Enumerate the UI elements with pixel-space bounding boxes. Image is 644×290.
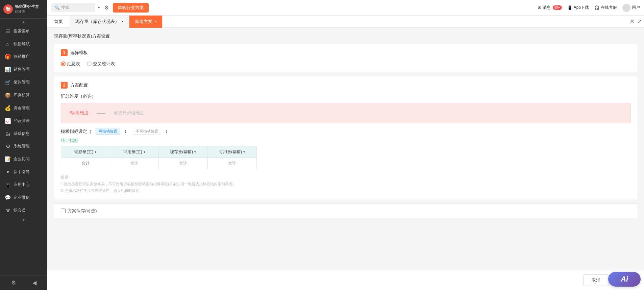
ai-bubble[interactable]: Ai: [608, 272, 641, 287]
cart-icon: 🛒: [5, 79, 11, 86]
stats-table: 现存量(主) ▾ 可用量(主) ▾ 现存量(基辅) ▾: [61, 146, 257, 169]
sidebar: 畅 畅赚通好生意 标准版 ▲ ☰ 搜索菜单 ⌂ 快捷导航 🎁 营销推广 📊 销售…: [0, 0, 47, 290]
page-title: 现存量(库存状况表)方案设置: [54, 33, 637, 39]
sidebar-item-label: 应用中心: [14, 182, 30, 188]
sidebar-item-label: 搜索菜单: [14, 28, 30, 34]
sidebar-item-label: 库存核算: [14, 92, 30, 98]
sidebar-item-label: 经营管理: [14, 118, 30, 124]
tab-inventory-close-icon[interactable]: ×: [121, 19, 124, 24]
tabs-expand-icon[interactable]: ⤢: [637, 18, 641, 25]
sidebar-item-marketing[interactable]: 🎁 营销推广: [0, 50, 47, 63]
step2-badge: 2: [61, 82, 68, 89]
chevron-down-icon-1: ▾: [144, 150, 145, 154]
stats-table-row-0: 合计 合计 合计 合计: [61, 158, 256, 169]
step2-section: 2 方案配置 汇总维度（必选） *纵向维度 —— 请选择分组维度 模板指标设定（…: [54, 76, 637, 199]
sidebar-bottom: ⚙ ◀: [0, 275, 47, 290]
sidebar-item-app-center[interactable]: 📱 应用中心: [0, 178, 47, 191]
cancel-button[interactable]: 取消: [583, 274, 609, 286]
sidebar-item-sales-mgmt[interactable]: 📊 销售管理: [0, 63, 47, 76]
sidebar-item-ops-mgmt[interactable]: 📈 经营管理: [0, 115, 47, 127]
message-icon: ✉: [538, 5, 541, 10]
sidebar-item-label: 基础信息: [14, 131, 30, 137]
sidebar-item-label: 营销推广: [14, 54, 30, 59]
sidebar-item-vip[interactable]: ♛ 畅会员: [0, 204, 47, 217]
sidebar-item-inventory-check[interactable]: 📦 库存核算: [0, 89, 47, 102]
dimension-box[interactable]: *纵向维度 —— 请选择分组维度: [61, 103, 630, 123]
stats-th-1[interactable]: 可用量(主) ▾: [110, 146, 159, 158]
box-icon: 📦: [5, 92, 11, 98]
indicators-close-paren: ）: [124, 128, 129, 135]
app-logo: 畅 畅赚通好生意 标准版: [0, 0, 47, 19]
stats-th-0[interactable]: 现存量(主) ▾: [61, 146, 110, 158]
save-plan-checkbox[interactable]: [61, 209, 66, 213]
tip-item-0: 1.拖动标题栏可以调整布局，不可跨维度或指标区域拖动栏目字段(只能在同一维度或指…: [61, 181, 630, 188]
indicators-config-label: 模板指标设定（ 可拖动位置 ） 不可拖动位置 ）: [61, 128, 630, 135]
indicators-end-paren: ）: [165, 128, 170, 135]
collapse-icon[interactable]: ◀: [31, 278, 38, 287]
tips-section: 提示： 1.拖动标题栏可以调整布局，不可跨维度或指标区域拖动栏目字段(只能在同一…: [61, 174, 630, 194]
chevron-down-icon-3: ▾: [243, 150, 245, 154]
stats-th-0-label: 现存量(主): [74, 149, 93, 155]
sidebar-item-corp-agreement[interactable]: 📝 企业协同: [0, 153, 47, 166]
chat-icon: 💬: [5, 195, 11, 201]
sidebar-item-search-menu[interactable]: ☰ 搜索菜单: [0, 25, 47, 38]
step1-title: 选择模板: [70, 50, 88, 56]
sidebar-item-label: 企业微信: [14, 195, 30, 200]
radio-summary-circle: [61, 62, 66, 66]
radio-cross-table[interactable]: 交叉统计表: [87, 61, 115, 67]
dropdown-icon[interactable]: ▾: [98, 5, 100, 10]
app-download-button[interactable]: 📱 App下载: [567, 5, 589, 10]
chevron-down-icon-0: ▾: [95, 150, 96, 154]
stats-th-1-label: 可用量(主): [123, 149, 142, 155]
template-radio-group: 汇总表 交叉统计表: [61, 61, 630, 67]
settings-icon[interactable]: ⚙: [10, 278, 17, 287]
stats-th-3[interactable]: 可用量(基辅) ▾: [208, 146, 257, 158]
search-menu-icon: ☰: [5, 28, 11, 34]
sidebar-item-sys-mgmt[interactable]: ⚙ 系统管理: [0, 140, 47, 153]
trial-industry-button[interactable]: 体验行业方案: [113, 3, 149, 13]
sidebar-item-corp-wechat[interactable]: 💬 企业微信: [0, 191, 47, 204]
tabs-bar: 首页 现存量（库存状况表） × 新建方案 × ✕ ⤢: [47, 16, 644, 28]
mobile-download-icon: 📱: [567, 5, 572, 10]
stats-section-title: 统计指标: [61, 138, 630, 146]
sidebar-item-new-guide[interactable]: ✦ 新手引导: [0, 166, 47, 178]
dim-placeholder: 请选择分组维度: [114, 110, 144, 116]
topbar-search[interactable]: 🔍 搜索: [51, 3, 95, 12]
stats-td-0-3: 合计: [208, 158, 257, 169]
doc-icon: 📝: [5, 156, 11, 162]
topbar: 🔍 搜索 ▾ ⚙ 体验行业方案 ✉ 消息 99+ 📱 App下载 🎧 在线客服 …: [47, 0, 644, 16]
tips-title: 提示：: [61, 175, 72, 179]
save-plan-row: 方案保存(可选): [54, 203, 637, 218]
radio-summary-table[interactable]: 汇总表: [61, 61, 80, 67]
tab-new-plan-close-icon[interactable]: ×: [154, 19, 157, 24]
gear-icon: ⚙: [5, 143, 11, 149]
tabs-close-all-icon[interactable]: ✕: [630, 18, 634, 25]
stats-th-2[interactable]: 现存量(基辅) ▾: [159, 146, 208, 158]
chart-icon: 📊: [5, 67, 11, 73]
radio-cross-label: 交叉统计表: [93, 61, 115, 67]
sidebar-scroll-up[interactable]: ▲: [0, 19, 47, 25]
step1-section: 1 选择模板 汇总表 交叉统计表: [54, 44, 637, 72]
app-version: 标准版: [15, 9, 39, 14]
online-service-button[interactable]: 🎧 在线客服: [594, 5, 617, 10]
user-menu-button[interactable]: 用户: [622, 4, 640, 12]
radio-cross-circle: [87, 62, 92, 66]
tab-new-plan[interactable]: 新建方案 ×: [129, 16, 163, 28]
gift-icon: 🎁: [5, 54, 11, 60]
topbar-gear-icon[interactable]: ⚙: [104, 4, 109, 11]
step1-badge: 1: [61, 49, 68, 56]
main-area: 🔍 搜索 ▾ ⚙ 体验行业方案 ✉ 消息 99+ 📱 App下载 🎧 在线客服 …: [47, 0, 644, 290]
sidebar-item-quick-nav[interactable]: ⌂ 快捷导航: [0, 38, 47, 50]
sidebar-item-basic-info[interactable]: 🗂 基础信息: [0, 127, 47, 140]
sidebar-item-finance-mgmt[interactable]: 💰 资金管理: [0, 102, 47, 115]
chevron-down-icon-2: ▾: [194, 150, 196, 154]
tab-inventory-status[interactable]: 现存量（库存状况表） ×: [70, 16, 129, 28]
mobile-icon: 📱: [5, 182, 11, 188]
stats-td-0-2: 合计: [159, 158, 208, 169]
sidebar-item-purchase-mgmt[interactable]: 🛒 采购管理: [0, 76, 47, 89]
search-icon: 🔍: [55, 5, 60, 10]
headset-icon: 🎧: [594, 5, 599, 10]
tab-home[interactable]: 首页: [47, 16, 70, 28]
notifications-button[interactable]: ✉ 消息 99+: [538, 5, 562, 10]
sidebar-scroll-down[interactable]: ▼: [0, 217, 47, 223]
